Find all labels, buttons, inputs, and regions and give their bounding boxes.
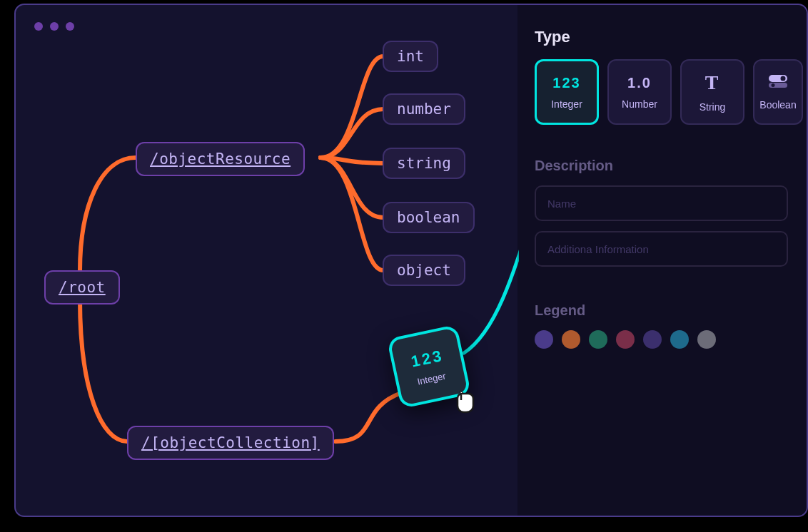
pointer-cursor-icon [453, 389, 477, 414]
leaf-string[interactable]: string [383, 148, 465, 179]
text-icon: T [705, 71, 720, 94]
type-card-integer[interactable]: 123 Integer [535, 59, 599, 125]
legend-color-6[interactable] [670, 330, 689, 349]
node-object-collection[interactable]: /[objectCollection] [127, 426, 334, 460]
type-label: Number [622, 98, 657, 110]
legend-color-2[interactable] [562, 330, 580, 349]
legend-color-4[interactable] [616, 330, 635, 349]
node-root[interactable]: /root [44, 270, 120, 305]
type-card-number[interactable]: 1.0 Number [607, 59, 672, 125]
node-label: /objectResource [150, 150, 291, 168]
svg-point-3 [772, 83, 775, 87]
legend-row [535, 330, 807, 349]
node-label: /root [59, 279, 106, 296]
type-card-boolean[interactable]: Boolean [753, 59, 803, 125]
number-icon: 1.0 [627, 75, 652, 91]
type-picker: 123 Integer 1.0 Number T String Boolean [535, 59, 807, 125]
legend-color-3[interactable] [589, 330, 607, 349]
type-card-string[interactable]: T String [680, 59, 744, 125]
name-field[interactable] [535, 185, 788, 221]
leaf-int[interactable]: int [383, 41, 438, 72]
info-field[interactable] [535, 231, 788, 267]
description-heading: Description [535, 158, 807, 174]
legend-color-7[interactable] [697, 330, 716, 349]
leaf-number[interactable]: number [383, 93, 465, 125]
properties-sidebar: Type 123 Integer 1.0 Number T String Boo… [517, 5, 807, 517]
type-label: Boolean [759, 99, 796, 111]
type-heading: Type [535, 28, 807, 46]
legend-color-1[interactable] [535, 330, 553, 349]
legend-heading: Legend [535, 302, 807, 319]
node-label: /[objectCollection] [141, 434, 320, 451]
app-window: /root /objectResource /[objectCollection… [14, 4, 808, 517]
svg-point-1 [781, 76, 786, 81]
drag-card-label: Integer [416, 370, 447, 387]
toggle-icon [768, 74, 788, 92]
graph-canvas[interactable]: /root /objectResource /[objectCollection… [16, 5, 519, 517]
type-label: String [700, 101, 726, 113]
integer-icon: 123 [552, 75, 580, 91]
drag-card-value: 123 [410, 346, 445, 371]
leaf-object[interactable]: object [383, 255, 465, 286]
leaf-boolean[interactable]: boolean [383, 202, 475, 233]
node-object-resource[interactable]: /objectResource [136, 142, 305, 176]
type-label: Integer [551, 98, 582, 110]
legend-color-5[interactable] [643, 330, 662, 349]
